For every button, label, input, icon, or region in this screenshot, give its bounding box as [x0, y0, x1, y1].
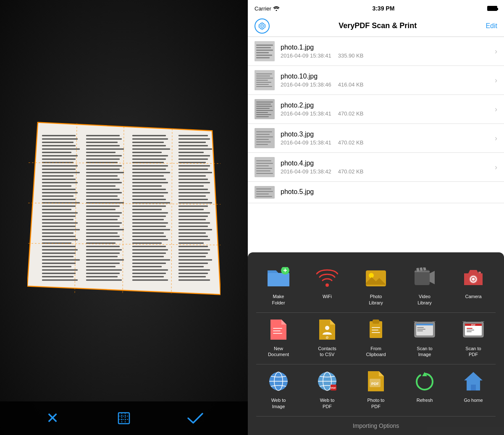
- camera-bottom-bar: ✕: [0, 401, 248, 435]
- ios-app-panel: Carrier 3:39 PM VeryPDF Scan & Print Edi…: [248, 0, 504, 435]
- svg-rect-130: [132, 273, 166, 274]
- scan-to-image-button[interactable]: Scan toImage: [400, 313, 449, 364]
- file-meta: 2016-04-09 15:38:41 470.02 KB: [281, 139, 495, 146]
- svg-rect-140: [178, 159, 208, 160]
- file-thumbnail: [255, 99, 275, 119]
- wifi-label: WiFi: [323, 293, 332, 299]
- file-item[interactable]: photo.5.jpg: [248, 182, 504, 203]
- svg-rect-164: [178, 239, 210, 241]
- svg-rect-82: [86, 259, 124, 261]
- svg-rect-141: [178, 162, 206, 163]
- make-folder-button[interactable]: + MakeFolder: [254, 261, 303, 312]
- file-item[interactable]: photo.10.jpg 2016-04-09 15:38:46 416.04 …: [248, 66, 504, 95]
- svg-rect-143: [178, 169, 208, 170]
- svg-rect-6: [42, 152, 71, 153]
- settings-button[interactable]: [255, 18, 270, 34]
- contacts-csv-button[interactable]: @ Contactsto CSV: [303, 313, 352, 364]
- photo-library-icon: [363, 265, 388, 290]
- crop-button[interactable]: [113, 408, 134, 429]
- svg-rect-250: [273, 328, 282, 329]
- svg-rect-60: [86, 186, 116, 187]
- wifi-button[interactable]: WiFi: [303, 261, 352, 312]
- svg-rect-128: [132, 266, 162, 267]
- svg-rect-149: [178, 189, 208, 190]
- camera-icon: [461, 265, 486, 290]
- svg-rect-258: [372, 330, 378, 330]
- scan-img-icon: [412, 317, 437, 342]
- svg-rect-91: [132, 142, 164, 143]
- go-home-button[interactable]: Go home: [449, 364, 498, 416]
- svg-rect-135: [178, 142, 206, 143]
- svg-rect-48: [86, 145, 120, 147]
- photo-to-pdf-button[interactable]: PDF Photo toPDF: [352, 364, 400, 416]
- scan-to-pdf-button[interactable]: PDF Scan toPDF: [449, 313, 498, 364]
- svg-rect-106: [132, 192, 168, 194]
- svg-rect-201: [256, 78, 273, 79]
- popup-row-2: NewDocument @ Contactsto CSV: [252, 313, 500, 364]
- svg-rect-153: [178, 202, 212, 204]
- new-document-button[interactable]: NewDocument: [254, 313, 303, 364]
- svg-rect-13: [42, 176, 74, 177]
- edit-button[interactable]: Edit: [486, 22, 497, 30]
- from-clipboard-label: FromClipboard: [366, 346, 386, 358]
- file-item[interactable]: photo.2.jpg 2016-04-09 15:38:41 470.02 K…: [248, 95, 504, 124]
- svg-point-237: [326, 283, 329, 287]
- new-doc-icon: [266, 317, 291, 342]
- photo-to-pdf-label: Photo toPDF: [368, 397, 385, 409]
- chevron-right-icon: ›: [495, 134, 497, 143]
- svg-rect-276: [481, 321, 484, 322]
- photo-library-button[interactable]: PhotoLibrary: [352, 261, 400, 312]
- svg-rect-35: [42, 249, 78, 251]
- svg-rect-119: [132, 236, 166, 237]
- video-library-button[interactable]: VideoLibrary: [400, 261, 449, 312]
- svg-rect-26: [42, 219, 74, 220]
- svg-rect-127: [132, 263, 166, 264]
- svg-rect-152: [178, 199, 208, 200]
- svg-rect-213: [256, 114, 271, 115]
- cancel-button[interactable]: ✕: [42, 408, 63, 429]
- camera-view-panel: ✕: [0, 0, 248, 435]
- svg-rect-51: [86, 155, 122, 157]
- file-item[interactable]: photo.3.jpg 2016-04-09 15:38:41 470.02 K…: [248, 124, 504, 153]
- file-item[interactable]: photo.1.jpg 2016-04-09 15:38:41 335.90 K…: [248, 37, 504, 66]
- svg-rect-84: [86, 266, 116, 267]
- gear-icon: [258, 22, 266, 30]
- refresh-button[interactable]: Refresh: [400, 364, 449, 416]
- svg-rect-219: [256, 139, 269, 140]
- svg-rect-87: [86, 276, 118, 278]
- chevron-right-icon: ›: [495, 105, 497, 114]
- svg-rect-150: [178, 192, 210, 194]
- popup-row-1: + MakeFolder WiFi: [252, 261, 500, 312]
- svg-rect-64: [86, 199, 120, 200]
- svg-rect-240: [415, 270, 430, 285]
- svg-rect-162: [178, 233, 206, 234]
- file-meta: 2016-04-09 15:38:41 470.02 KB: [281, 110, 495, 117]
- svg-rect-273: [467, 330, 474, 330]
- scan-pdf-icon: PDF: [461, 317, 486, 342]
- svg-rect-57: [86, 176, 118, 177]
- svg-rect-263: [417, 327, 424, 328]
- svg-rect-228: [256, 173, 273, 174]
- web-pdf-icon: PDF: [315, 369, 340, 394]
- svg-rect-96: [132, 159, 166, 160]
- svg-rect-259: [372, 332, 380, 333]
- new-document-label: NewDocument: [268, 346, 289, 358]
- svg-rect-31: [42, 236, 76, 237]
- svg-rect-158: [178, 219, 206, 220]
- svg-rect-170: [178, 259, 212, 261]
- file-item[interactable]: photo.4.jpg 2016-04-09 15:38:42 470.02 K…: [248, 153, 504, 182]
- file-size: 470.02 KB: [338, 110, 364, 117]
- svg-rect-18: [42, 192, 78, 194]
- web-to-image-button[interactable]: Web toImage: [254, 364, 303, 416]
- svg-rect-251: [273, 330, 281, 331]
- svg-rect-50: [86, 152, 116, 153]
- svg-rect-41: [42, 270, 78, 271]
- svg-rect-71: [86, 223, 122, 224]
- camera-button[interactable]: Camera: [449, 261, 498, 312]
- svg-rect-266: [414, 321, 417, 322]
- confirm-button[interactable]: [185, 408, 206, 429]
- from-clipboard-button[interactable]: FromClipboard: [352, 313, 400, 364]
- svg-rect-209: [256, 106, 272, 107]
- web-to-pdf-button[interactable]: PDF Web toPDF: [303, 364, 352, 416]
- svg-rect-192: [256, 45, 273, 46]
